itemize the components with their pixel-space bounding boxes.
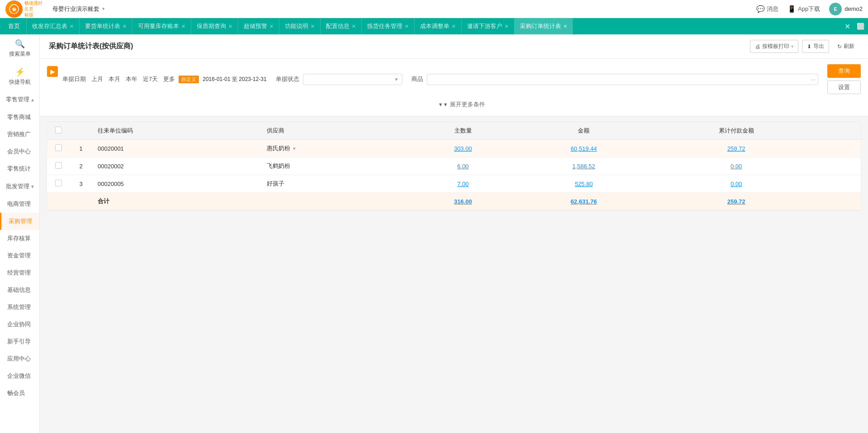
tab-overstock[interactable]: 超储预警 ✕ [238, 18, 279, 34]
date-btn-more[interactable]: 更多 [161, 75, 177, 84]
row-extra [821, 175, 861, 193]
sidebar-item-wholesale[interactable]: 批发管理 ▼ [0, 177, 39, 195]
row-supplier-name: 飞鹤奶粉 [261, 157, 410, 175]
date-btn-last-month[interactable]: 上月 [90, 75, 105, 84]
tab-stock-ledger[interactable]: 可用量库存账本 ✕ [132, 18, 191, 34]
filter-goods-input[interactable] [427, 74, 818, 85]
tab-order-stat[interactable]: 要货单统计表 ✕ [80, 18, 132, 34]
row-amount[interactable]: 1,586.52 [516, 157, 651, 175]
tab-expiry[interactable]: 保质期查询 ✕ [191, 18, 238, 34]
sidebar-item-stock[interactable]: 库存核算 [0, 230, 39, 247]
sidebar-item-wechat-label: 企业微信 [7, 372, 31, 380]
row-amount[interactable]: 60,519.44 [516, 140, 651, 157]
col-check [47, 122, 70, 140]
tab-receive-send-close[interactable]: ✕ [70, 24, 74, 29]
col-supplier-code-header: 往来单位编码 [92, 122, 261, 140]
download-icon: 📱 [788, 5, 796, 13]
row-paid[interactable]: 0.00 [651, 175, 821, 193]
expand-down-icon: ▼▼ [438, 102, 448, 107]
row-qty[interactable]: 7.00 [410, 175, 516, 193]
row-extra [821, 157, 861, 175]
tab-cost-adjust[interactable]: 成本调整单 ✕ [415, 18, 462, 34]
row-qty[interactable]: 303.00 [410, 140, 516, 157]
workspace-selector[interactable]: 母婴行业演示账套 ▾ [52, 5, 105, 13]
btn-print[interactable]: 🖨 按模板打印 ▾ [750, 40, 798, 53]
sidebar-item-marketing[interactable]: 营销推广 [0, 126, 39, 143]
row-no: 3 [70, 175, 92, 193]
header-checkbox[interactable] [55, 127, 62, 133]
btn-setting[interactable]: 设置 [827, 81, 861, 94]
tab-receive-send[interactable]: 收发存汇总表 ✕ [27, 18, 80, 34]
goods-input-more-icon[interactable]: ··· [811, 76, 816, 83]
sidebar-item-appcenter[interactable]: 应用中心 [0, 350, 39, 367]
tab-func-desc[interactable]: 功能说明 ✕ [279, 18, 321, 34]
footer-label: 合计 [98, 198, 109, 205]
sidebar-item-wechat[interactable]: 企业微信 [0, 367, 39, 385]
sidebar-item-member[interactable]: 会员中心 [0, 143, 39, 160]
sidebar-item-operations[interactable]: 经营管理 [0, 264, 39, 281]
tab-purchase-stat-label: 采购订单统计表 [520, 22, 561, 30]
filter-status: 单据状态 ▼ [276, 74, 402, 85]
nav-close-icon[interactable]: ✕ [843, 20, 852, 33]
sidebar-item-quicknav[interactable]: ⚡ 快捷导航 [0, 62, 39, 90]
sidebar-item-collab[interactable]: 企业协同 [0, 316, 39, 333]
svg-text:畅: 畅 [12, 7, 16, 12]
col-extra [821, 122, 861, 140]
col-amount-header: 金额 [516, 122, 651, 140]
sidebar-item-finance[interactable]: 资金管理 [0, 247, 39, 264]
workspace-arrow: ▾ [102, 6, 105, 12]
row-supplier-code: 00020002 [92, 157, 261, 175]
date-custom-tag[interactable]: 自定义 [179, 76, 199, 83]
sidebar-item-retail-shop-label: 零售商城 [7, 113, 31, 121]
filter-toggle-btn[interactable]: ▶ [47, 66, 58, 77]
sidebar-item-member2[interactable]: 畅会员 [0, 385, 39, 402]
sidebar-item-stock-label: 库存核算 [7, 234, 31, 243]
date-btn-this-year[interactable]: 本年 [124, 75, 139, 84]
message-label: 消息 [767, 5, 778, 13]
sidebar-item-retail-stat[interactable]: 零售统计 [0, 160, 39, 177]
sidebar-item-ecommerce[interactable]: 电商管理 [0, 195, 39, 213]
date-btn-7days[interactable]: 近7天 [141, 75, 160, 84]
row-checkbox[interactable] [55, 144, 62, 151]
page-header: 采购订单统计表(按供应商) 🖨 按模板打印 ▾ ⬇ 导出 ↻ 刷新 [40, 34, 868, 59]
nav-restore-icon[interactable]: ⬜ [855, 21, 866, 32]
row-paid[interactable]: 0.00 [651, 157, 821, 175]
btn-refresh[interactable]: ↻ 刷新 [833, 40, 859, 52]
filter-status-select[interactable] [303, 74, 402, 85]
date-btn-this-month[interactable]: 本月 [107, 75, 122, 84]
tab-invite-downstream[interactable]: 邀请下游客户 ✕ [462, 18, 514, 34]
app-download-btn[interactable]: 📱 App下载 [788, 5, 820, 13]
btn-query[interactable]: 查询 [827, 64, 861, 78]
sidebar-item-finance-label: 资金管理 [7, 252, 31, 260]
col-supplier-name-header: 供应商 [261, 122, 410, 140]
sidebar-item-newguide[interactable]: 新手引导 [0, 333, 39, 350]
message-btn[interactable]: 💬 消息 [756, 5, 778, 13]
sidebar-item-retail-mgmt[interactable]: 零售管理 ▲ [0, 90, 39, 109]
tab-home[interactable]: 首页 [2, 18, 27, 34]
btn-export[interactable]: ⬇ 导出 [802, 40, 829, 53]
sidebar-item-basic-info[interactable]: 基础信息 [0, 281, 39, 299]
tab-config[interactable]: 配置信息 ✕ [321, 18, 362, 34]
row-paid[interactable]: 259.72 [651, 140, 821, 157]
user-area[interactable]: E demo2 [829, 3, 863, 15]
row-no: 1 [70, 140, 92, 157]
tab-pick-task[interactable]: 拣货任务管理 ✕ [362, 18, 415, 34]
logo-icon: 畅 [5, 0, 23, 18]
row-supplier-name: 惠氏奶粉 ▼ [261, 140, 410, 157]
sidebar-item-retail-shop[interactable]: 零售商城 [0, 109, 39, 126]
row-checkbox[interactable] [55, 180, 62, 186]
tab-purchase-stat-close[interactable]: ✕ [563, 24, 567, 29]
tab-order-stat-close[interactable]: ✕ [123, 24, 127, 29]
row-supplier-code: 00020001 [92, 140, 261, 157]
row-amount[interactable]: 525.80 [516, 175, 651, 193]
sidebar-item-search[interactable]: 🔍 搜索菜单 [0, 34, 39, 62]
tab-receive-send-label: 收发存汇总表 [32, 22, 67, 30]
sidebar-item-purchase[interactable]: 采购管理 [0, 213, 39, 230]
sidebar-item-sys[interactable]: 系统管理 [0, 299, 39, 316]
row-checkbox[interactable] [55, 162, 62, 169]
retail-arrow-icon: ▲ [30, 97, 35, 102]
workspace-name: 母婴行业演示账套 [52, 5, 99, 13]
row-qty[interactable]: 6.00 [410, 157, 516, 175]
expand-more-btn[interactable]: ▼▼ 展开更多条件 [434, 99, 490, 110]
tab-purchase-stat[interactable]: 采购订单统计表 ✕ [514, 18, 573, 34]
